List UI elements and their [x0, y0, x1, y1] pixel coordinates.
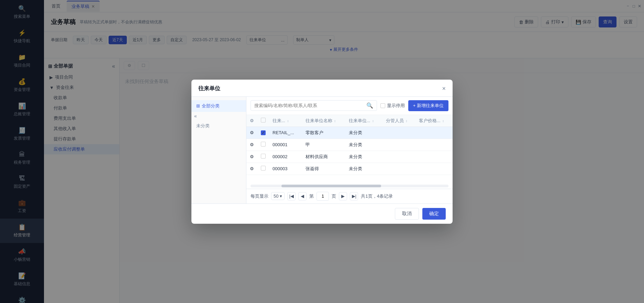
table-row[interactable]: ⚙ ✓ RETAIL_... 零散客户 未分类: [246, 127, 453, 139]
confirm-button[interactable]: 确定: [422, 208, 446, 220]
row-category: 未分类: [345, 163, 382, 175]
row-salesperson: [382, 163, 415, 175]
show-disabled-label[interactable]: 显示停用: [380, 103, 405, 109]
col-code: 往来... ↕: [269, 115, 302, 127]
modal-tree-all[interactable]: ⊞ 全部分类: [191, 100, 246, 112]
table-row[interactable]: ⚙ 000002 材料供应商 未分类: [246, 151, 453, 163]
col-salesperson: 分管人员 ↕: [382, 115, 415, 127]
page-last-btn[interactable]: ▶|: [350, 192, 358, 200]
modal-close-button[interactable]: ×: [442, 85, 446, 92]
row-settings[interactable]: ⚙: [246, 151, 257, 163]
modal-tree: ⊞ 全部分类 « 未分类: [191, 97, 246, 203]
row-name: 张崙得: [302, 163, 345, 175]
scrollbar-thumb: [281, 185, 381, 187]
row-category: 未分类: [345, 127, 382, 139]
row-price-level: [415, 163, 453, 175]
page-first-btn[interactable]: |◀: [287, 192, 296, 200]
row-checkbox[interactable]: ✓: [257, 127, 269, 139]
row-settings[interactable]: ⚙: [246, 127, 257, 139]
row-salesperson: [382, 151, 415, 163]
row-salesperson: [382, 127, 415, 139]
modal-search-input-wrapper: 🔍: [251, 100, 377, 111]
cancel-button[interactable]: 取消: [395, 208, 419, 220]
row-checkbox[interactable]: [257, 163, 269, 175]
modal-table: ⚙ 往来... ↕ 往来单位名称 ↕: [246, 115, 453, 183]
modal-partner: 往来单位 × ⊞ 全部分类 « 未分类: [191, 80, 453, 224]
row-category: 未分类: [345, 139, 382, 151]
row-checkbox[interactable]: [257, 139, 269, 151]
col-name: 往来单位名称 ↕: [302, 115, 345, 127]
modal-right-content: 🔍 显示停用 + 新增往来单位 ⚙: [246, 97, 453, 203]
row-checkbox[interactable]: [257, 151, 269, 163]
table-header-row: ⚙ 往来... ↕ 往来单位名称 ↕: [246, 115, 453, 127]
row-price-level: [415, 151, 453, 163]
row-code: RETAIL_...: [269, 127, 302, 139]
modal-pagination: 每页显示 50 ▾ |◀ ◀ 第 页 ▶ ▶| 共1页，4条记录: [246, 189, 453, 203]
row-name: 甲: [302, 139, 345, 151]
table-row[interactable]: ⚙ 000003 张崙得 未分类: [246, 163, 453, 175]
page-prev-btn[interactable]: ◀: [298, 192, 307, 200]
modal-body: ⊞ 全部分类 « 未分类 🔍 显示停用: [191, 97, 453, 203]
page-number-input[interactable]: [317, 192, 329, 201]
modal-tree-toggle[interactable]: «: [191, 112, 246, 120]
col-category: 往来单位... ↕: [345, 115, 382, 127]
add-partner-button[interactable]: + 新增往来单位: [408, 100, 448, 111]
show-disabled-checkbox[interactable]: [380, 103, 385, 108]
row-code: 000003: [269, 163, 302, 175]
per-page-select[interactable]: 50 ▾: [271, 192, 285, 200]
modal-tree-unclassified[interactable]: 未分类: [191, 120, 246, 132]
page-next-btn[interactable]: ▶: [339, 192, 347, 200]
row-name: 材料供应商: [302, 151, 345, 163]
modal-search-input[interactable]: [254, 103, 364, 108]
grid-icon-modal: ⊞: [196, 103, 200, 108]
modal-title: 往来单位: [198, 85, 220, 92]
row-price-level: [415, 139, 453, 151]
modal-overlay: 往来单位 × ⊞ 全部分类 « 未分类: [0, 0, 644, 303]
row-category: 未分类: [345, 151, 382, 163]
row-price-level: [415, 127, 453, 139]
row-name: 零散客户: [302, 127, 345, 139]
row-salesperson: [382, 139, 415, 151]
row-code: 000001: [269, 139, 302, 151]
col-checkbox[interactable]: [257, 115, 269, 127]
row-settings[interactable]: ⚙: [246, 139, 257, 151]
modal-horizontal-scrollbar[interactable]: [251, 185, 448, 187]
per-page-chevron: ▾: [280, 194, 282, 199]
row-code: 000002: [269, 151, 302, 163]
table-row[interactable]: ⚙ 000001 甲 未分类: [246, 139, 453, 151]
search-icon: 🔍: [366, 102, 373, 109]
modal-search-bar: 🔍 显示停用 + 新增往来单位: [246, 97, 453, 115]
row-settings[interactable]: ⚙: [246, 163, 257, 175]
col-settings[interactable]: ⚙: [246, 115, 257, 127]
col-price-level: 客户价格... ↕: [415, 115, 453, 127]
modal-footer: 取消 确定: [191, 203, 453, 224]
modal-header: 往来单位 ×: [191, 80, 453, 97]
